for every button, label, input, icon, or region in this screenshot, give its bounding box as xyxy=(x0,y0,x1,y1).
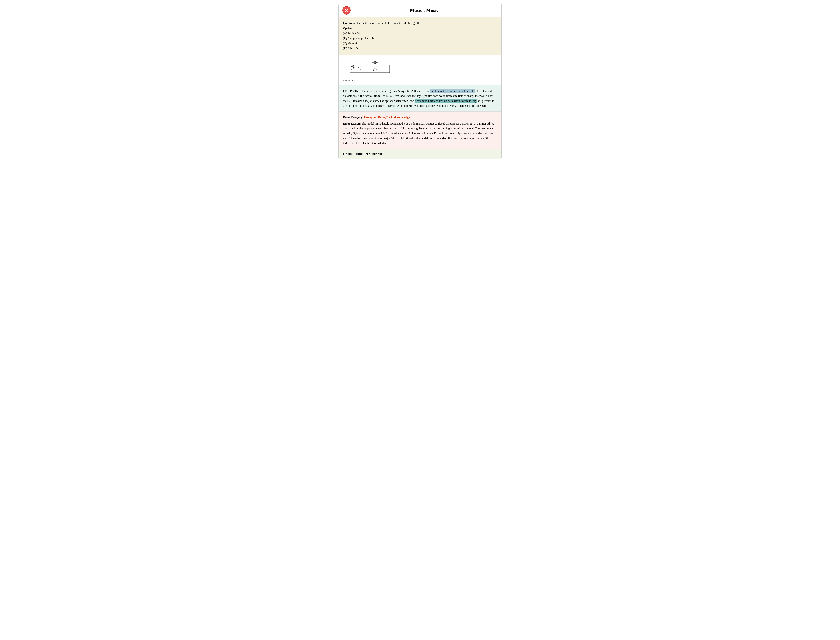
option-d: (D) Minor 6th xyxy=(343,46,497,51)
question-text: Question: Choose the name for the follow… xyxy=(343,21,497,26)
svg-text:♭: ♭ xyxy=(358,65,359,69)
gptv-text-2: “major 6th.” xyxy=(398,90,414,93)
error-reason-label: Error Reason: xyxy=(343,122,361,125)
gptv-section: GPT-4V: The interval shown in the image … xyxy=(339,85,501,112)
error-section: Error Category: Perceptual Error, Lack o… xyxy=(339,112,501,149)
gptv-text-3: It spans from xyxy=(414,90,430,93)
main-container: Music : Music Question: Choose the name … xyxy=(339,4,502,159)
image-section: 𝄢 ♭ ♭ <image 1> xyxy=(339,55,501,85)
ground-truth-section: Ground Truth: (D) Minor 6th xyxy=(339,149,501,158)
option-label: Option: xyxy=(343,26,497,31)
option-a: (A) Perfect 6th xyxy=(343,31,497,36)
image-caption: <image 1> xyxy=(343,79,355,82)
header: Music : Music xyxy=(339,4,501,17)
gptv-label: GPT-4V: xyxy=(343,90,354,93)
option-c: (C) Major 6th xyxy=(343,41,497,46)
error-category-line: Error Category: Perceptual Error, Lack o… xyxy=(343,115,497,120)
question-label: Question: xyxy=(343,21,355,24)
ground-truth-label: Ground Truth: xyxy=(343,152,363,155)
options-list: Option: (A) Perfect 6th (B) Compound per… xyxy=(343,26,497,51)
gptv-highlight-2: “compound perfect 4th” do not exist in m… xyxy=(415,99,477,102)
svg-text:𝄢: 𝄢 xyxy=(351,64,356,73)
gptv-highlight-1: the first note, F, to the second note, D xyxy=(430,89,474,93)
close-button[interactable] xyxy=(342,6,351,14)
error-reason-text: The model immediately recognized it as a… xyxy=(343,122,495,145)
error-reason-line: Error Reason: The model immediately reco… xyxy=(343,121,497,146)
music-score-image: 𝄢 ♭ ♭ xyxy=(343,58,394,78)
error-category-text: Perceptual Error, Lack of knowledge xyxy=(364,116,410,119)
option-b: (B) Compound perfect 4th xyxy=(343,36,497,41)
question-body: Choose the name for the following interv… xyxy=(356,21,420,24)
error-category-label: Error Category: xyxy=(343,116,363,119)
ground-truth-text: (D) Minor 6th xyxy=(364,152,382,155)
gptv-text-1: The interval shown in the image is a xyxy=(355,90,398,93)
svg-text:♭: ♭ xyxy=(359,67,361,71)
page-title: Music : Music xyxy=(351,8,498,13)
music-staff-svg: 𝄢 ♭ ♭ xyxy=(345,60,392,76)
question-section: Question: Choose the name for the follow… xyxy=(339,17,501,55)
